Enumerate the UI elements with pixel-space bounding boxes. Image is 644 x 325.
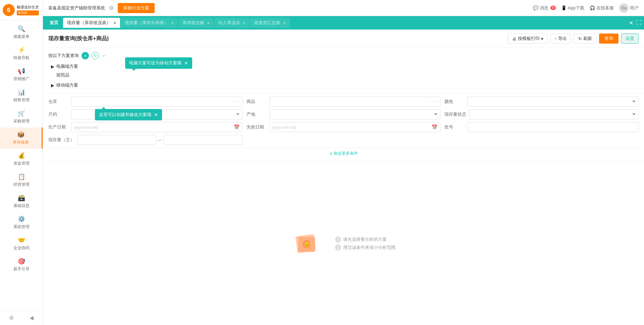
add-scheme-btn[interactable]: + xyxy=(82,52,89,59)
sidebar-item-label: 系统管理 xyxy=(13,224,30,230)
origin-label: 产地 xyxy=(247,111,267,117)
sidebar-item-sales[interactable]: 📊 销售管理 xyxy=(0,85,43,106)
finance-icon: 💰 xyxy=(18,152,25,159)
production-date-start[interactable]: yyyy-mm-dd 📅 xyxy=(71,122,243,132)
tab-close-all-btn[interactable]: ✕ xyxy=(629,20,633,26)
tip-num-2: 2 xyxy=(335,245,341,251)
sidebar-item-label: 库存核算 xyxy=(13,140,29,145)
sidebar-item-guide[interactable]: 🎯 新手引导 xyxy=(0,254,43,275)
origin-select[interactable] xyxy=(269,109,441,119)
export-btn[interactable]: ↑ 导出 xyxy=(550,34,572,44)
logo-text: 畅通道好生意 xyxy=(17,5,39,10)
avatar: Ea xyxy=(619,3,629,13)
sidebar-item-label: 销售管理 xyxy=(13,97,30,103)
message-label: 消息 xyxy=(540,5,548,11)
sidebar-item-enterprise[interactable]: 🤝 企业协同 xyxy=(0,233,43,254)
tab-batch-account[interactable]: 库存批次账 ✕ xyxy=(178,18,214,28)
tab-inventory-dist[interactable]: 现存量（库存分布表） ✕ xyxy=(121,18,178,28)
message-icon: 💬 xyxy=(533,5,538,10)
message-btn[interactable]: 💬 消息 9 xyxy=(533,5,556,11)
collapse-icon: ∧ xyxy=(329,151,332,156)
sidebar-item-system[interactable]: ⚙️ 系统管理 xyxy=(0,212,43,233)
stock-qty-max[interactable] xyxy=(163,135,243,145)
user-menu[interactable]: Ea 用户 xyxy=(619,3,639,13)
tab-close-inventory-status[interactable]: ✕ xyxy=(113,21,116,25)
topbar-settings-btn[interactable]: ⚙ xyxy=(109,5,114,11)
sidebar-item-label: 新手引导 xyxy=(13,266,30,272)
sidebar-item-label: 搜索菜单 xyxy=(13,34,30,40)
sidebar-item-label: 资金管理 xyxy=(13,161,30,166)
sidebar-item-finance[interactable]: 💰 资金管理 xyxy=(0,149,43,170)
system-icon: ⚙️ xyxy=(18,215,25,223)
stock-qty-min[interactable] xyxy=(77,135,156,145)
tab-close-batch-account[interactable]: ✕ xyxy=(207,21,210,25)
desktop-scheme-header[interactable]: ▶ 电脑端方案 xyxy=(48,62,102,71)
sidebar-item-inventory[interactable]: 📦 库存核算 xyxy=(0,127,43,149)
batch-number-label: 批号 xyxy=(444,124,465,130)
refresh-btn[interactable]: ↻ 刷新 xyxy=(574,34,596,44)
tab-collect-summary[interactable]: 收发存汇总表 ✕ xyxy=(250,18,290,28)
nav-icon: ⚡ xyxy=(18,46,25,54)
refresh-scheme-btn[interactable]: ↻ xyxy=(92,52,99,59)
page-header: 现存量查询(按仓库+商品) 🖨 按模板打印 ▾ ↑ 导出 ↻ 刷新 查询 设置 xyxy=(43,30,644,48)
mobile-scheme-label: 移动端方案 xyxy=(56,82,78,88)
filter-rows: 仓库 ⋯ 商品 ⋯ 颜色 xyxy=(43,94,644,162)
sidebar-item-search[interactable]: 🔍 搜索菜单 xyxy=(0,22,43,43)
desktop-scheme-item-by-product[interactable]: 按照品 xyxy=(48,71,102,79)
print-btn[interactable]: 🖨 按模板打印 ▾ xyxy=(508,34,548,44)
tab-inventory-status-label: 现存量（库存状况表） xyxy=(67,20,111,26)
app-download-btn[interactable]: 📱 App下载 xyxy=(561,5,584,11)
settings-footer-btn[interactable]: ⚙ xyxy=(9,315,14,321)
sidebar-item-label: 快捷导航 xyxy=(13,55,30,61)
product-input[interactable]: ⋯ xyxy=(269,97,441,107)
collapse-bar: ∧ 收起更多条件 xyxy=(48,148,639,159)
tooltip1-close-btn[interactable]: ✕ xyxy=(184,60,188,66)
field-stock-qty: 现存量（主） — xyxy=(48,135,243,145)
operations-icon: 📋 xyxy=(18,173,25,180)
tab-close-collect-summary[interactable]: ✕ xyxy=(283,21,286,25)
sidebar-item-marketing[interactable]: 📢 营销推广 xyxy=(0,64,43,85)
production-date-label: 生产日期 xyxy=(48,124,68,130)
page-title: 现存量查询(按仓库+商品) xyxy=(48,35,109,42)
tabbar: 首页 现存量（库存状况表） ✕ 现存量（库存分布表） ✕ 库存批次账 ✕ 出入库… xyxy=(43,16,644,30)
tab-close-inventory-dist[interactable]: ✕ xyxy=(171,21,174,25)
product-label: 商品 xyxy=(247,99,267,105)
sidebar-item-operations[interactable]: 📋 经营管理 xyxy=(0,170,43,191)
collapse-sidebar-btn[interactable]: ◀ xyxy=(30,315,34,321)
tab-home[interactable]: 首页 xyxy=(46,18,62,28)
batch-number-input[interactable] xyxy=(467,122,639,132)
tab-inout-flow[interactable]: 出入库流水 ✕ xyxy=(214,18,250,28)
tooltip-create-scheme: 这里可以创建和修改方案哦 ✕ xyxy=(95,109,162,120)
field-production-date: 生产日期 yyyy-mm-dd 📅 xyxy=(48,122,243,132)
refresh-icon: ↻ xyxy=(578,36,582,41)
stock-status-select[interactable] xyxy=(469,109,639,119)
user-name: 用户 xyxy=(630,5,639,11)
color-select[interactable] xyxy=(467,97,639,107)
industry-plan-btn[interactable]: 体验行业方案 xyxy=(118,3,155,13)
sidebar-item-nav[interactable]: ⚡ 快捷导航 xyxy=(0,43,43,64)
collapse-btn[interactable]: ∧ 收起更多条件 xyxy=(329,151,358,156)
enterprise-icon: 🤝 xyxy=(18,236,25,244)
tab-inventory-status[interactable]: 现存量（库存状况表） ✕ xyxy=(63,18,120,28)
size-label: 尺码 xyxy=(48,111,68,117)
setting-btn[interactable]: 设置 xyxy=(621,34,639,44)
warehouse-dots-icon: ⋯ xyxy=(233,98,239,105)
tooltip2-close-btn[interactable]: ✕ xyxy=(154,112,158,117)
tab-fullscreen-btn[interactable]: ⛶ xyxy=(636,20,641,26)
tooltip-desktop-scheme: 电脑方案可设为移动方案哦 ✕ xyxy=(125,57,192,69)
search-btn[interactable]: 查询 xyxy=(599,34,619,44)
warehouse-input[interactable]: ⋯ xyxy=(71,97,243,107)
tab-close-inout-flow[interactable]: ✕ xyxy=(243,21,246,25)
online-support-btn[interactable]: 🎧 在线客服 xyxy=(590,5,614,11)
sidebar-item-basic[interactable]: 🗃️ 基础信息 xyxy=(0,191,43,212)
tooltip2-text: 这里可以创建和修改方案哦 xyxy=(99,112,151,118)
range-separator: — xyxy=(158,138,162,143)
back-btn[interactable]: ← xyxy=(102,53,107,59)
empty-illustration: 😐 xyxy=(291,228,322,259)
mobile-expand-icon: ▶ xyxy=(51,83,54,88)
sidebar-item-label: 采购管理 xyxy=(13,118,30,124)
expiry-date-start[interactable]: yyyy-mm-dd 📅 xyxy=(269,122,441,132)
mobile-scheme-header[interactable]: ▶ 移动端方案 xyxy=(48,81,639,90)
desktop-scheme-label: 电脑端方案 xyxy=(56,63,78,69)
sidebar-item-purchase[interactable]: 🛒 采购管理 xyxy=(0,106,43,127)
